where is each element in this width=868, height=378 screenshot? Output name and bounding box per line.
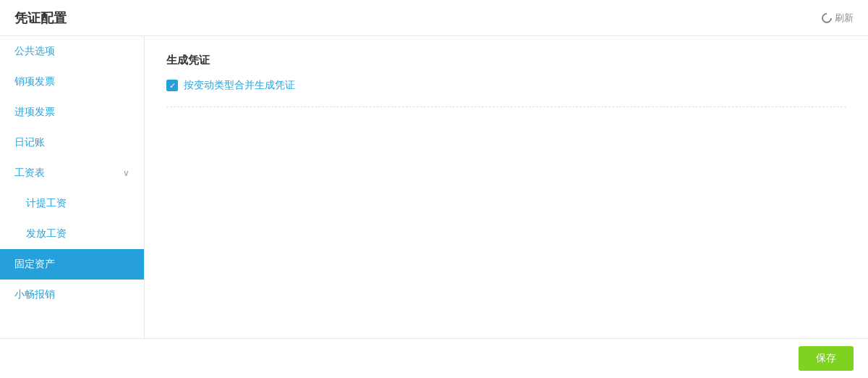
content-area: 生成凭证 按变动类型合并生成凭证: [145, 36, 868, 338]
sidebar-item-sales-invoice[interactable]: 销项发票: [0, 67, 144, 97]
page-wrapper: 凭证配置 刷新 公共选项销项发票进项发票日记账工资表∨计提工资发放工资固定资产小…: [0, 0, 868, 378]
sidebar-item-public-options[interactable]: 公共选项: [0, 36, 144, 67]
sidebar-item-label: 小畅报销: [14, 288, 55, 301]
sidebar-item-pay-payroll[interactable]: 发放工资: [0, 219, 144, 249]
sidebar-item-label: 公共选项: [14, 45, 55, 58]
sidebar-item-label: 工资表: [14, 167, 45, 180]
refresh-label: 刷新: [835, 12, 854, 25]
sidebar-item-label: 发放工资: [26, 227, 67, 240]
header: 凭证配置 刷新: [0, 0, 868, 36]
main-content: 公共选项销项发票进项发票日记账工资表∨计提工资发放工资固定资产小畅报销 生成凭证…: [0, 36, 868, 338]
sidebar: 公共选项销项发票进项发票日记账工资表∨计提工资发放工资固定资产小畅报销: [0, 36, 145, 338]
merge-checkbox[interactable]: [166, 80, 178, 91]
sidebar-item-label: 日记账: [14, 136, 45, 149]
sidebar-item-journal[interactable]: 日记账: [0, 127, 144, 158]
save-button[interactable]: 保存: [799, 346, 854, 371]
checkbox-label[interactable]: 按变动类型合并生成凭证: [184, 79, 295, 92]
section-title: 生成凭证: [166, 54, 846, 67]
sidebar-item-label: 计提工资: [26, 197, 67, 210]
section-divider: [166, 106, 846, 107]
page-title: 凭证配置: [14, 9, 67, 27]
refresh-icon: [820, 11, 834, 25]
sidebar-item-label: 销项发票: [14, 75, 55, 88]
sidebar-item-calc-payroll[interactable]: 计提工资: [0, 188, 144, 219]
refresh-button[interactable]: 刷新: [822, 12, 854, 25]
sidebar-item-label: 固定资产: [14, 258, 55, 271]
sidebar-item-purchase-invoice[interactable]: 进项发票: [0, 97, 144, 127]
sidebar-item-label: 进项发票: [14, 106, 55, 119]
sidebar-item-payroll[interactable]: 工资表∨: [0, 158, 144, 188]
footer: 保存: [0, 338, 868, 378]
sidebar-item-expense-claim[interactable]: 小畅报销: [0, 280, 144, 310]
sidebar-item-fixed-assets[interactable]: 固定资产: [0, 249, 144, 280]
chevron-down-icon: ∨: [123, 168, 129, 178]
checkbox-row: 按变动类型合并生成凭证: [166, 79, 846, 92]
